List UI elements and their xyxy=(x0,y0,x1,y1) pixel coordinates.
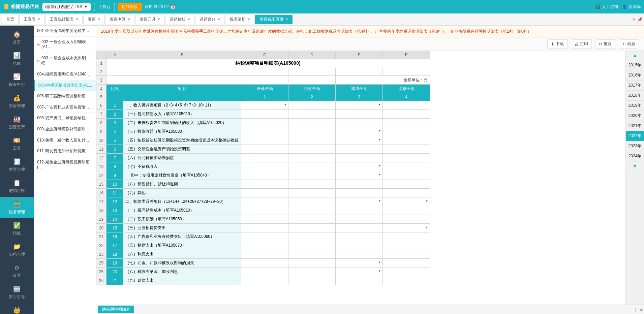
row-8-col1[interactable] xyxy=(241,119,288,127)
row-20-col1[interactable] xyxy=(241,224,288,232)
year-2020[interactable]: 2020年 xyxy=(626,111,644,121)
tab-wages-report-close[interactable]: ✕ xyxy=(75,18,78,21)
year-2024[interactable]: 2024年 xyxy=(626,151,644,161)
year-2022[interactable]: 2022年 xyxy=(626,131,644,141)
old-version-button[interactable]: 切到旧版 xyxy=(118,3,142,11)
year-2021[interactable]: 2021年 xyxy=(626,121,644,131)
sidebar-item-closing[interactable]: ✅ 结账 xyxy=(0,218,34,240)
tab-invoice-calc-close[interactable]: ✕ xyxy=(127,18,130,21)
row-19-col1[interactable] xyxy=(241,215,288,224)
sidebar-item-archive[interactable]: 📁 归档管理 xyxy=(0,240,34,261)
sidebar-item-tax[interactable]: 🧮 税务管理 xyxy=(0,197,34,218)
refresh-button[interactable]: ↻ 刷新 xyxy=(619,39,639,49)
row-num-2: 2 xyxy=(96,68,106,76)
sidebar-item-ledger[interactable]: 📊 总账 xyxy=(0,49,34,70)
tab-invoice-close[interactable]: ✕ xyxy=(97,18,100,21)
year-2015[interactable]: 2015年 xyxy=(626,60,644,70)
row-18-col1[interactable] xyxy=(241,206,288,215)
row-17-col1[interactable] xyxy=(241,197,288,206)
row-16-col1[interactable] xyxy=(241,189,288,197)
tab-invoice-issue-close[interactable]: ✕ xyxy=(157,18,160,21)
sidebar-item-settings[interactable]: ⚙ 设置 xyxy=(0,261,34,282)
row-7-col1[interactable] xyxy=(241,110,288,119)
main-layout: 🏠 首页 📊 总账 📈 报表中心 💰 资金管理 🏭 固定资产 💴 工资 🧾 发票… xyxy=(0,26,644,314)
tab-purchase-check-label: 进销稽核 xyxy=(170,17,186,22)
left-item-002[interactable]: ⊗ 002-一般企业收入明细表(A1... xyxy=(34,37,96,53)
sidebar-item-funds[interactable]: 💰 资金管理 xyxy=(0,91,34,112)
tab-income-tax[interactable]: 所得税汇算缴 ✕ xyxy=(255,15,293,24)
tab-home[interactable]: 首页 xyxy=(2,15,19,24)
unit-A xyxy=(106,76,123,85)
tab-tax-table-close[interactable]: ✕ xyxy=(247,18,250,21)
tab-wages-report[interactable]: 工资统计报表 ✕ xyxy=(45,15,83,24)
left-item-006[interactable]: 006-职工薪酬纳税调整明细... xyxy=(34,91,96,102)
left-item-012[interactable]: 012-减免企业所得税优惠明细(... xyxy=(34,157,96,173)
left-item-010[interactable]: 010-免税、减计收入及加计... xyxy=(34,135,96,146)
sidebar-item-reports[interactable]: 📈 报表中心 xyxy=(0,70,34,91)
year-up-button[interactable]: ▲ xyxy=(626,51,644,60)
year-2018[interactable]: 2018年 xyxy=(626,91,644,101)
row-24-col1[interactable] xyxy=(241,259,288,268)
row-25-col1[interactable] xyxy=(241,268,288,276)
row-9-col1[interactable] xyxy=(241,127,288,136)
left-item-009[interactable]: 009-企业所得税弥补亏损明... xyxy=(34,124,96,135)
left-item-007[interactable]: 007-广告费和业务宣传费附... xyxy=(34,102,96,113)
tab-income-tax-label: 所得税汇算缴 xyxy=(259,17,284,22)
customer-service-button[interactable]: 🎧 人工咨询 xyxy=(595,4,618,10)
tab-invoice-issue[interactable]: 发票开具 ✕ xyxy=(135,15,164,24)
left-item-003[interactable]: ⊗ 003-一般企业成本支出明细... xyxy=(34,53,96,69)
row-23-col1[interactable] xyxy=(241,250,288,259)
year-2016[interactable]: 2016年 xyxy=(626,70,644,81)
tab-purchase-ledger[interactable]: 进销台账 ✕ xyxy=(195,15,224,24)
print-button[interactable]: 🖨 打印 xyxy=(571,39,592,49)
tab-invoice[interactable]: 发票 ✕ xyxy=(83,15,104,24)
scroll-left-icon[interactable]: ◀ xyxy=(639,307,642,312)
left-item-001[interactable]: 001-企业所得税年度纳税申... xyxy=(34,26,96,37)
row-12-col1[interactable] xyxy=(241,154,288,162)
tab-invoice-calc[interactable]: 发票测算 ✕ xyxy=(105,15,134,24)
pin-icon[interactable]: 📌 xyxy=(637,17,642,22)
left-item-004[interactable]: 004-期间费用明细表(A1040... xyxy=(34,69,96,80)
tab-wages[interactable]: 工资表 ✕ xyxy=(19,15,44,24)
row-10-col1[interactable] xyxy=(241,136,288,145)
year-2019[interactable]: 2019年 xyxy=(626,101,644,111)
row-22-col1[interactable] xyxy=(241,241,288,250)
left-item-008[interactable]: 008-资产折旧、摊销及纳税... xyxy=(34,113,96,124)
sidebar-item-guide[interactable]: 🆕 新手引导 xyxy=(0,282,34,303)
sheet-container[interactable]: A B C D E F 1 xyxy=(96,51,625,305)
row-26-col1[interactable] xyxy=(241,276,288,285)
row-15-col1[interactable] xyxy=(241,180,288,189)
reset-button[interactable]: ↺ 重置 xyxy=(595,39,615,49)
user-profile-button[interactable]: 👤 徐泽华 xyxy=(622,4,641,10)
tab-income-tax-close[interactable]: ✕ xyxy=(285,18,288,21)
sidebar-item-purchase[interactable]: 📋 进销台账 xyxy=(0,176,34,197)
row-14-col1[interactable] xyxy=(241,171,288,180)
year-2023[interactable]: 2023年 xyxy=(626,141,644,151)
row-13-num: 13 xyxy=(96,162,106,171)
sidebar-item-assets[interactable]: 🏭 固定资产 xyxy=(0,112,34,133)
row-6-col1[interactable]: * xyxy=(241,101,288,110)
tab-wages-close[interactable]: ✕ xyxy=(37,18,40,21)
sheet-tab-adjust[interactable]: 纳税调整明细表 xyxy=(98,306,134,313)
sidebar-item-member[interactable]: 👑 畅会员 xyxy=(0,303,34,314)
row-21-col1[interactable] xyxy=(241,232,288,241)
calendar-icon[interactable]: 📅 xyxy=(170,4,175,9)
close-icon[interactable]: ✕ xyxy=(632,17,636,22)
download-button[interactable]: ⬇ 下载 xyxy=(547,39,568,49)
table-row: 19 14 （二）职工薪酬（填写A105050） xyxy=(96,215,430,224)
workbench-button[interactable]: 工作台 xyxy=(94,3,115,11)
sidebar-item-home[interactable]: 🏠 首页 xyxy=(0,27,34,49)
left-item-005[interactable]: 005-纳税调整项目明细表(A1... xyxy=(34,80,96,91)
tab-tax-table[interactable]: 税表清册 ✕ xyxy=(225,15,254,24)
row-13-col1[interactable] xyxy=(241,162,288,171)
sidebar-item-invoice-mgmt[interactable]: 🧾 发票管理 xyxy=(0,155,34,176)
tab-purchase-check[interactable]: 进销稽核 ✕ xyxy=(165,15,194,24)
row-11-col1[interactable] xyxy=(241,145,288,154)
year-2017[interactable]: 2017年 xyxy=(626,81,644,91)
left-item-011[interactable]: 011-研发费用加计扣除优惠... xyxy=(34,146,96,157)
year-down-button[interactable]: ▼ xyxy=(626,161,644,171)
company-selector[interactable]: (物副) 江西股宝-LSS ▼ xyxy=(42,3,91,11)
sidebar-item-salary[interactable]: 💴 工资 xyxy=(0,133,34,155)
tab-purchase-ledger-close[interactable]: ✕ xyxy=(217,18,220,21)
tab-purchase-check-close[interactable]: ✕ xyxy=(187,18,190,21)
